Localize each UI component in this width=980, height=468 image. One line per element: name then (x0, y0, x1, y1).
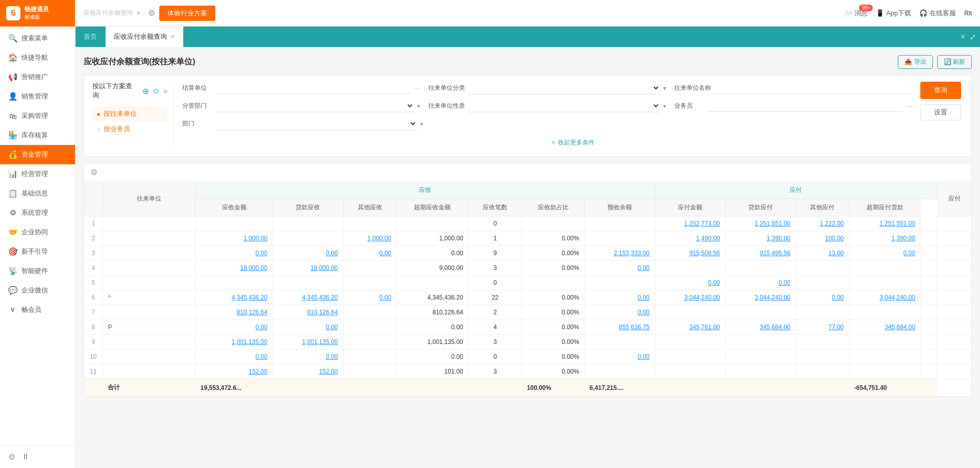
cell-overdue-pay[interactable] (849, 276, 921, 290)
cell-advance[interactable]: 0.00 (584, 290, 655, 305)
department-select[interactable] (216, 117, 417, 130)
settlement-dots-icon[interactable]: ··· (414, 84, 420, 92)
cell-other-pay[interactable]: 13.00 (796, 246, 849, 261)
cell-overdue-pay[interactable]: 345,684.00 (849, 320, 921, 335)
footer-settings-icon[interactable]: ⚙ (8, 452, 15, 462)
cell-advance[interactable]: 0.00 (584, 305, 655, 320)
sidebar-item-marketing[interactable]: 📢 营销推广 (0, 67, 75, 87)
table-gear-icon[interactable]: ⚙ (90, 167, 97, 177)
sidebar-item-quicknav[interactable]: 🏠 快捷导航 (0, 48, 75, 67)
cell-loan-recv[interactable]: 0.00 (273, 320, 343, 335)
cell-pay-amount[interactable]: 1,252,773.00 (655, 216, 725, 231)
refresh-button[interactable]: 🔄 刷新 (937, 55, 972, 69)
unit-nature-select[interactable] (468, 100, 660, 112)
cell-advance[interactable] (584, 335, 655, 350)
cell-recv-amount[interactable]: 810,126.64 (195, 305, 273, 320)
filter-collapse-icon[interactable]: « (163, 87, 167, 95)
header-dropdown-icon[interactable]: ▾ (137, 10, 140, 17)
cell-recv-amount[interactable]: 1,001,135.00 (195, 335, 273, 350)
cell-loan-recv[interactable]: 0.00 (273, 246, 343, 261)
cell-other-recv[interactable] (343, 276, 397, 290)
settlement-input[interactable] (216, 82, 411, 94)
cell-other-recv[interactable]: 0.00 (343, 290, 397, 305)
sidebar-item-wechat[interactable]: 💬 企业微信 (0, 281, 75, 300)
online-service-button[interactable]: 🎧 在线客服 (919, 9, 956, 18)
cell-other-pay[interactable] (796, 276, 849, 290)
cell-advance[interactable] (584, 216, 655, 231)
cell-other-pay[interactable] (796, 261, 849, 276)
sidebar-item-basic[interactable]: 📋 基础信息 (0, 184, 75, 203)
cell-overdue-pay[interactable]: 0.00 (849, 246, 921, 261)
cell-pay-amount[interactable] (655, 364, 725, 379)
salesperson-dots-icon[interactable]: ··· (906, 102, 912, 110)
cell-other-recv[interactable] (343, 216, 397, 231)
cell-pay-amount[interactable] (655, 350, 725, 364)
tab-home[interactable]: 首页 (76, 27, 106, 47)
cell-other-recv[interactable] (343, 350, 397, 364)
cell-loan-pay[interactable]: 3,044,240.00 (725, 290, 796, 305)
sidebar-item-operation[interactable]: 📊 经营管理 (0, 164, 75, 184)
cell-loan-pay[interactable]: 1,251,551.00 (725, 216, 796, 231)
filter-schema-icon[interactable]: ⊙ (153, 87, 159, 95)
sidebar-item-search[interactable]: 🔍 搜索菜单 (0, 29, 75, 48)
header-gear-icon[interactable]: ⚙ (148, 8, 155, 18)
tab-balance-query[interactable]: 应收应付余额查询 × (106, 27, 183, 47)
cell-recv-amount[interactable]: 0.00 (195, 350, 273, 364)
cell-advance[interactable] (584, 276, 655, 290)
cell-other-pay[interactable]: 77.00 (796, 320, 849, 335)
sidebar-item-cooperation[interactable]: 🤝 企业协同 (0, 223, 75, 242)
app-download-button[interactable]: 📱 App下载 (876, 9, 911, 18)
cell-pay-amount[interactable]: 3,044,240.00 (655, 290, 725, 305)
unit-name-input[interactable] (714, 82, 912, 94)
cell-pay-amount[interactable] (655, 335, 725, 350)
sidebar-item-purchase[interactable]: 🛍 采购管理 (0, 106, 75, 126)
sidebar-item-system[interactable]: ⚙ 系统管理 (0, 203, 75, 223)
notice-button[interactable]: 📨 消息 99+ (844, 9, 868, 18)
cell-recv-amount[interactable]: 1,000.00 (195, 231, 273, 246)
cell-advance[interactable]: 0.00 (584, 350, 655, 364)
footer-collapse-icon[interactable]: ⏸ (21, 452, 30, 462)
cell-other-recv[interactable] (343, 364, 397, 379)
cell-loan-recv[interactable]: 810,126.64 (273, 305, 343, 320)
cell-other-pay[interactable] (796, 335, 849, 350)
cell-other-pay[interactable] (796, 350, 849, 364)
cell-overdue-pay[interactable] (849, 305, 921, 320)
sidebar-item-guide[interactable]: 🎯 新手引导 (0, 242, 75, 261)
cell-overdue-pay[interactable] (849, 335, 921, 350)
salesperson-input[interactable] (708, 100, 903, 112)
cell-other-pay[interactable]: 0.00 (796, 290, 849, 305)
tab-expand-icon[interactable]: ⤢ (969, 32, 976, 42)
cell-overdue-pay[interactable]: 1,390.00 (849, 231, 921, 246)
sidebar-item-inventory[interactable]: 🏪 库存核算 (0, 126, 75, 145)
cell-overdue-pay[interactable] (849, 350, 921, 364)
filter-option-by-staff[interactable]: ○ 按业务员 (92, 121, 167, 137)
cell-other-pay[interactable]: 100.00 (796, 231, 849, 246)
cell-pay-amount[interactable] (655, 305, 725, 320)
cell-loan-pay[interactable]: 1,390.00 (725, 231, 796, 246)
cell-loan-recv[interactable]: 0.00 (273, 350, 343, 364)
cell-recv-amount[interactable]: 0.00 (195, 246, 273, 261)
unit-category-select[interactable] (468, 82, 660, 94)
cell-recv-amount[interactable] (195, 276, 273, 290)
cell-advance[interactable]: 0.00 (584, 261, 655, 276)
export-button[interactable]: 📤 导出 (898, 55, 933, 69)
cell-other-recv[interactable]: 1,000.00 (343, 231, 397, 246)
cell-loan-recv[interactable]: 1,001,135.00 (273, 335, 343, 350)
sidebar-item-finance[interactable]: 💰 资金管理 (0, 145, 75, 164)
cell-loan-pay[interactable] (725, 305, 796, 320)
cell-pay-amount[interactable] (655, 261, 725, 276)
cell-loan-recv[interactable]: 152.00 (273, 364, 343, 379)
cell-pay-amount[interactable]: 345,761.00 (655, 320, 725, 335)
division-select[interactable] (216, 100, 414, 112)
trial-button[interactable]: 体验行业方案 (159, 6, 215, 21)
cell-recv-amount[interactable]: 0.00 (195, 320, 273, 335)
cell-overdue-pay[interactable]: 1,251,551.00 (849, 216, 921, 231)
cell-overdue-pay[interactable]: 3,044,240.00 (849, 290, 921, 305)
cell-pay-amount[interactable]: 1,490.00 (655, 231, 725, 246)
cell-other-recv[interactable]: 0.00 (343, 246, 397, 261)
filter-option-by-unit[interactable]: ● 按往来单位 (92, 106, 167, 121)
cell-loan-pay[interactable]: 345,684.00 (725, 320, 796, 335)
sidebar-item-sales[interactable]: 👤 销售管理 (0, 87, 75, 106)
cell-loan-recv[interactable] (273, 216, 343, 231)
cell-recv-amount[interactable]: 18,000.00 (195, 261, 273, 276)
